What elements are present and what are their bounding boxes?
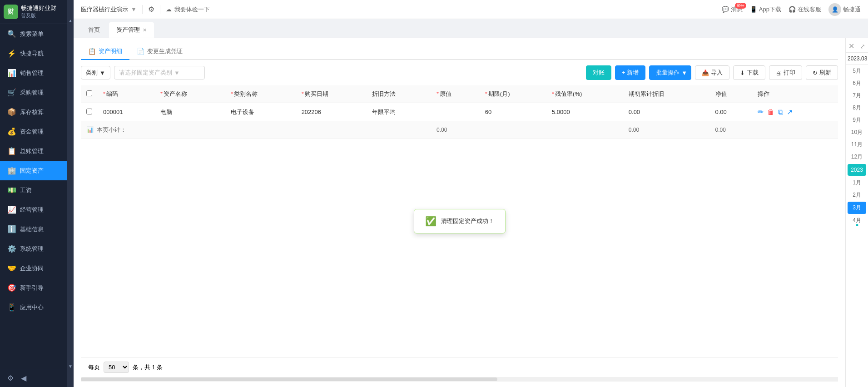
month-10[interactable]: 10月 <box>846 126 868 139</box>
per-page-label: 每页 <box>88 363 100 372</box>
download-button[interactable]: ⬇ 下载 <box>733 65 765 80</box>
messages-btn[interactable]: 💬 消息 99+ <box>722 5 743 14</box>
content-main: 📋 资产明细 📄 变更生成凭证 类别 ▼ 请选择固定资产类别 ▼ <box>74 38 845 387</box>
success-check-icon: ✅ <box>425 216 436 227</box>
sidebar-item-enterprise[interactable]: 🤝 企业协同 <box>0 258 67 278</box>
month-5[interactable]: 5月 <box>846 65 868 77</box>
month-3-current[interactable]: 3月 <box>848 202 866 214</box>
batch-label: 批量操作 <box>656 69 680 77</box>
col-period: *期限(月) <box>480 85 546 103</box>
sidebar-item-guide[interactable]: 🎯 新手引导 <box>0 278 67 298</box>
tab-close-icon[interactable]: ✕ <box>143 27 147 33</box>
sidebar-item-purchase[interactable]: 🛒 采购管理 <box>0 83 67 102</box>
sidebar-item-label: 搜索菜单 <box>20 30 44 38</box>
sidebar-item-basic-info[interactable]: ℹ️ 基础信息 <box>0 219 67 239</box>
tab-home[interactable]: 首页 <box>81 22 107 38</box>
per-page-select[interactable]: 50 20 100 <box>104 362 129 373</box>
right-panel-expand-icon[interactable]: ⤢ <box>860 43 865 50</box>
download-icon: ⬇ <box>740 69 745 76</box>
delete-icon[interactable]: 🗑 <box>767 108 774 116</box>
subtotal-row: 📊 本页小计： 0.00 0.00 0.00 <box>81 121 838 139</box>
tab-asset-mgmt[interactable]: 资产管理 ✕ <box>109 22 154 38</box>
company-selector[interactable]: 医疗器械行业演示 ▼ <box>81 5 137 14</box>
sidebar-item-ledger[interactable]: 📋 总账管理 <box>0 141 67 161</box>
download-label: 下载 <box>747 69 759 77</box>
month-8[interactable]: 8月 <box>846 102 868 114</box>
sidebar-item-system[interactable]: ⚙️ 系统管理 <box>0 239 67 258</box>
sidebar-item-label: 系统管理 <box>20 245 44 253</box>
month-6[interactable]: 6月 <box>846 77 868 89</box>
sidebar-item-label: 总账管理 <box>20 147 44 155</box>
col-name: *资产名称 <box>155 85 225 103</box>
app-download-btn[interactable]: 📱 App下载 <box>750 5 781 14</box>
purchase-icon: 🛒 <box>7 88 16 97</box>
row-checkbox[interactable] <box>86 109 92 114</box>
sidebar-item-label: 经营管理 <box>20 206 44 214</box>
experience-btn[interactable]: ☁ 我要体验一下 <box>166 5 210 14</box>
year-2023-label: 2023 <box>848 164 866 176</box>
refresh-label: 刷新 <box>819 69 831 77</box>
sidebar-item-search[interactable]: 🔍 搜索菜单 <box>0 24 67 44</box>
asset-table: *编码 *资产名称 *类别名称 *购买日期 折旧方法 *原值 *期限(月) *残… <box>81 85 838 139</box>
sidebar-item-label: 应用中心 <box>20 303 44 312</box>
col-category: *类别名称 <box>225 85 296 103</box>
month-11[interactable]: 11月 <box>846 139 868 151</box>
online-service-btn[interactable]: 🎧 在线客服 <box>789 5 821 14</box>
scroll-down-arrow[interactable]: ▼ <box>68 364 73 369</box>
new-label: + 新增 <box>622 69 639 77</box>
sidebar-item-operations[interactable]: 📈 经营管理 <box>0 200 67 219</box>
month-4[interactable]: 4月 <box>846 214 868 227</box>
batch-button[interactable]: 批量操作 ▼ <box>649 65 691 80</box>
reconcile-label: 对账 <box>593 69 605 77</box>
category-filter[interactable]: 类别 ▼ <box>81 66 110 79</box>
month-1[interactable]: 1月 <box>846 177 868 189</box>
copy-icon[interactable]: ⧉ <box>778 108 783 116</box>
logo-icon: 财 <box>4 5 18 19</box>
right-panel-close-icon[interactable]: ✕ <box>848 42 854 50</box>
category-input[interactable]: 请选择固定资产类别 ▼ <box>114 66 205 79</box>
settings-icon[interactable]: ⚙ <box>7 374 14 382</box>
month-12[interactable]: 12月 <box>846 151 868 163</box>
subtotal-net: 0.00 <box>710 121 753 139</box>
success-message: 清理固定资产成功！ <box>441 217 494 225</box>
horizontal-scrollbar[interactable] <box>81 377 838 382</box>
refresh-button[interactable]: ↻ 刷新 <box>806 65 838 80</box>
reconcile-button[interactable]: 对账 <box>586 65 611 80</box>
sidebar-item-fixed-assets[interactable]: 🏢 固定资产 <box>0 161 67 180</box>
settings-gear-icon[interactable]: ⚙ <box>148 5 154 14</box>
table-wrap: *编码 *资产名称 *类别名称 *购买日期 折旧方法 *原值 *期限(月) *残… <box>81 85 838 357</box>
month-7[interactable]: 7月 <box>846 89 868 102</box>
sidebar-item-label: 快捷导航 <box>20 50 44 58</box>
scroll-up-arrow[interactable]: ▲ <box>68 18 73 23</box>
sidebar-item-payroll[interactable]: 💵 工资 <box>0 180 67 200</box>
asset-detail-icon: 📋 <box>88 48 96 55</box>
sidebar-item-app-center[interactable]: 📱 应用中心 <box>0 298 67 317</box>
toolbar-right: 对账 + 新增 批量操作 ▼ 📥 导入 ⬇ 下载 <box>586 65 838 80</box>
sidebar-item-sales[interactable]: 📊 销售管理 <box>0 63 67 83</box>
print-button[interactable]: 🖨 打印 <box>769 65 802 80</box>
month-2[interactable]: 2月 <box>846 189 868 201</box>
guide-icon: 🎯 <box>7 283 16 292</box>
sub-tab-asset-detail[interactable]: 📋 资产明细 <box>81 44 129 60</box>
select-all-checkbox[interactable] <box>86 90 92 96</box>
tabs-bar: 首页 资产管理 ✕ <box>74 19 868 38</box>
export-button[interactable]: 📥 导入 <box>695 65 729 80</box>
sidebar-bottom: ⚙ ◀ <box>0 369 67 387</box>
asset-mgmt-label: 资产管理 <box>116 26 140 34</box>
user-menu[interactable]: 👤 畅捷通 <box>828 3 861 16</box>
new-button[interactable]: + 新增 <box>615 65 645 80</box>
avatar: 👤 <box>828 3 841 16</box>
month-9[interactable]: 9月 <box>846 114 868 126</box>
sidebar-item-inventory[interactable]: 📦 库存核算 <box>0 102 67 122</box>
sidebar-item-finance[interactable]: 💰 资金管理 <box>0 122 67 141</box>
col-original-value: *原值 <box>431 85 480 103</box>
sub-tab-change-voucher[interactable]: 📄 变更生成凭证 <box>129 44 190 60</box>
collapse-icon[interactable]: ◀ <box>21 374 26 382</box>
more-icon[interactable]: ↗ <box>787 108 793 116</box>
sidebar-item-quick-nav[interactable]: ⚡ 快捷导航 <box>0 44 67 63</box>
right-panel-header: ✕ ⤢ <box>846 40 868 53</box>
action-icons: ✏ 🗑 ⧉ ↗ <box>758 108 833 116</box>
edit-icon[interactable]: ✏ <box>758 108 764 116</box>
topbar-right: 💬 消息 99+ 📱 App下载 🎧 在线客服 👤 畅捷通 <box>722 3 861 16</box>
sidebar-scrollbar[interactable]: ▲ ▼ <box>67 0 74 387</box>
